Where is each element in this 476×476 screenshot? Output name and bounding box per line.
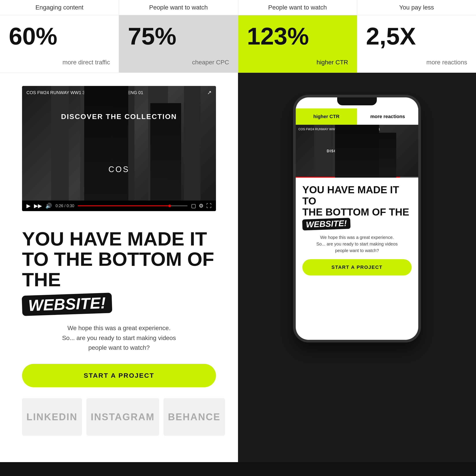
cta-button[interactable]: START A PROJECT: [22, 364, 216, 387]
cta-subtitle: We hope this was a great experience. So.…: [22, 323, 216, 353]
phone-website-badge: website!: [302, 218, 350, 230]
phone-screen: higher CTR more reactions COS FW24 RUNWA…: [296, 97, 418, 340]
video-section: COS FW24 RUNWAY WW1 30s 1920x1080 PMAX E…: [22, 86, 216, 211]
stats-label-3: higher CTR: [247, 54, 348, 66]
right-panel: higher CTR more reactions COS FW24 RUNWA…: [238, 73, 476, 462]
phone-notch: [337, 97, 377, 105]
phone-cta: YOU HAVE MADE IT TO THE BOTTOM OF THE we…: [296, 178, 418, 280]
video-controls: ▶ ▶▶ 🔊 0:26 / 0:30 ▢ ⚙ ⛶: [22, 201, 216, 211]
cta-section: YOU HAVE MADE IT TO THE BOTTOM OF THE we…: [22, 229, 216, 462]
stats-header-2: People want to watch: [119, 0, 238, 15]
phone-headline: YOU HAVE MADE IT TO THE BOTTOM OF THE we…: [302, 184, 412, 230]
volume-icon[interactable]: 🔊: [45, 203, 52, 209]
stats-number-1: 60%: [9, 24, 110, 48]
stats-label-1: more direct traffic: [9, 54, 110, 66]
stats-label-4: more reactions: [366, 54, 467, 66]
linkedin-link[interactable]: LINKEDIN: [22, 398, 82, 436]
stats-number-4: 2,5X: [366, 24, 467, 48]
stats-card-1: 60% more direct traffic: [0, 15, 119, 72]
video-discover: DISCOVER THE COLLECTION: [61, 113, 177, 121]
phone-mockup: higher CTR more reactions COS FW24 RUNWA…: [293, 95, 421, 342]
cta-headline-text: YOU HAVE MADE IT TO THE BOTTOM OF THE: [22, 229, 216, 290]
phone-tab-ctr[interactable]: higher CTR: [296, 108, 357, 125]
video-thumbnail: DISCOVER THE COLLECTION COS: [22, 86, 216, 201]
stats-number-3: 123%: [247, 24, 348, 48]
cta-headline: YOU HAVE MADE IT TO THE BOTTOM OF THE we…: [22, 229, 216, 314]
main-area: COS FW24 RUNWAY WW1 30s 1920x1080 PMAX E…: [0, 73, 476, 462]
stats-number-2: 75%: [128, 24, 229, 48]
phone-video-bg: [296, 125, 418, 178]
video-ctrl-icons-right: ▢ ⚙ ⛶: [191, 203, 212, 209]
phone-tab-reactions[interactable]: more reactions: [357, 108, 418, 125]
video-brand: COS: [61, 165, 177, 174]
stats-header-4: You pay less: [357, 0, 476, 15]
stats-col-1: Engaging content 60% more direct traffic: [0, 0, 119, 72]
video-progress-fill: [78, 205, 171, 206]
behance-link[interactable]: BEHANCE: [164, 398, 225, 436]
video-time: 0:26 / 0:30: [55, 204, 74, 208]
fullscreen-icon[interactable]: ⛶: [206, 203, 212, 209]
cta-website-badge: website!: [22, 293, 112, 316]
video-overlay-text: DISCOVER THE COLLECTION COS: [61, 113, 177, 174]
subtitles-icon[interactable]: ▢: [191, 203, 196, 209]
video-container: COS FW24 RUNWAY WW1 30s 1920x1080 PMAX E…: [22, 86, 216, 211]
footer: ◇ About Projects Contacts: [0, 462, 476, 476]
settings-icon[interactable]: ⚙: [199, 203, 204, 209]
phone-cta-button[interactable]: START A PROJECT: [302, 259, 412, 275]
phone-subtitle: We hope this was a great experience. So.…: [302, 234, 412, 254]
instagram-link[interactable]: INSTAGRAM: [86, 398, 159, 436]
stats-col-2: People want to watch 75% cheaper CPC: [119, 0, 238, 72]
phone-tabs: higher CTR more reactions: [296, 108, 418, 125]
video-progress-bar[interactable]: [78, 205, 187, 206]
phone-figure-main: [335, 125, 379, 178]
social-links: LINKEDIN INSTAGRAM BEHANCE: [22, 398, 216, 436]
next-icon[interactable]: ▶▶: [34, 203, 42, 209]
stats-card-2: 75% cheaper CPC: [119, 15, 238, 72]
left-panel: COS FW24 RUNWAY WW1 30s 1920x1080 PMAX E…: [0, 73, 238, 462]
stats-col-3: People want to watch 123% higher CTR: [238, 0, 357, 72]
stats-header-3: People want to watch: [238, 0, 357, 15]
play-icon[interactable]: ▶: [26, 203, 30, 209]
share-icon[interactable]: ↗: [207, 89, 212, 96]
stats-col-4: You pay less 2,5X more reactions: [357, 0, 476, 72]
stats-card-3: 123% higher CTR: [238, 15, 357, 72]
stats-header-1: Engaging content: [0, 0, 119, 15]
stats-label-2: cheaper CPC: [128, 54, 229, 66]
video-progress-dot: [168, 204, 171, 207]
footer-logo: ◇: [22, 473, 30, 476]
stats-section: Engaging content 60% more direct traffic…: [0, 0, 476, 73]
bg-col-5: [184, 86, 201, 201]
stats-card-4: 2,5X more reactions: [357, 15, 476, 72]
phone-video: COS FW24 RUNWAY WW1 30s 1920x1080 PMAX E…: [296, 125, 418, 178]
